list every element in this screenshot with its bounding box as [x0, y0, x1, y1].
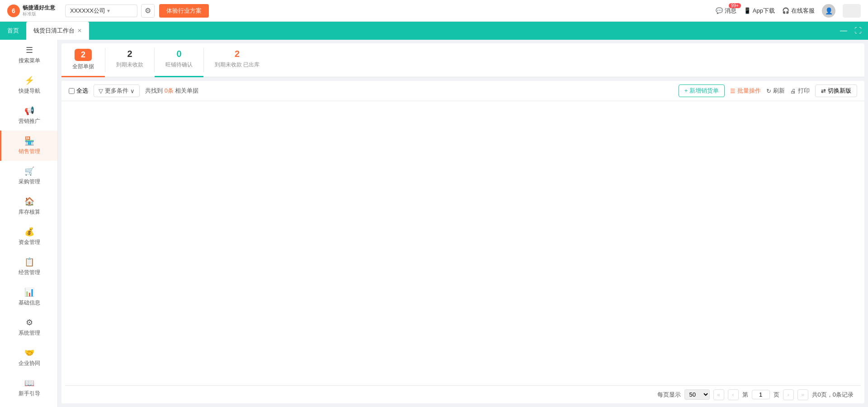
app-download-button[interactable]: 📱 App下载 [744, 7, 775, 15]
stat-tab-shipped[interactable]: 2 到期未收款 已出库 [204, 43, 270, 77]
logo-title: 畅捷通好生意 [23, 5, 55, 11]
sidebar-item-sales[interactable]: 🏪 销售管理 [0, 131, 57, 161]
sidebar-item-marketing-label: 营销推广 [19, 117, 40, 125]
select-all-checkbox[interactable]: 全选 [69, 87, 88, 95]
sidebar: ☰ 搜索菜单 ⚡ 快捷导航 📢 营销推广 🏪 销售管理 🛒 采购管理 🏠 库存核… [0, 40, 58, 407]
stat-shipped-num: 2 [215, 49, 259, 59]
sidebar-item-guide[interactable]: 📖 新手引导 [0, 373, 57, 403]
sidebar-item-inventory-label: 库存核算 [19, 208, 40, 216]
tab-home[interactable]: 首页 [0, 22, 26, 40]
batch-label: 批量操作 [737, 87, 761, 95]
per-page-select[interactable]: 50 10 20 100 [684, 389, 710, 400]
chevron-filter-icon: ∨ [130, 88, 135, 94]
sidebar-item-marketing[interactable]: 📢 营销推广 [0, 100, 57, 131]
batch-icon: ☰ [730, 88, 736, 94]
logo-subtitle: 标准版 [23, 11, 55, 17]
select-all-input[interactable] [69, 88, 75, 94]
sidebar-item-inventory[interactable]: 🏠 库存核算 [0, 191, 57, 221]
sidebar-item-operations-label: 经营管理 [19, 269, 40, 276]
sales-icon: 🏪 [24, 136, 34, 146]
sidebar-item-quicknav-label: 快捷导航 [19, 87, 40, 95]
sidebar-item-operations[interactable]: 📋 经营管理 [0, 252, 57, 282]
avatar[interactable]: 👤 [822, 4, 835, 18]
company-name: XXXXXX公司 [70, 7, 105, 15]
print-button[interactable]: 🖨 打印 [790, 87, 810, 95]
next-page-button[interactable]: › [783, 389, 794, 400]
first-page-button[interactable]: « [713, 389, 724, 400]
user-extra [843, 4, 861, 18]
logo-icon: 6 [7, 5, 20, 17]
experience-button[interactable]: 体验行业方案 [159, 4, 209, 18]
tab-qianghuo[interactable]: 钱货日清工作台 ✕ [26, 22, 89, 40]
found-count: 0条 [165, 87, 174, 94]
online-service-button[interactable]: 🎧 在线客服 [782, 7, 815, 15]
more-filter-button[interactable]: ▽ 更多条件 ∨ [94, 84, 140, 97]
new-sales-button[interactable]: + 新增销货单 [679, 84, 725, 97]
batch-action-button[interactable]: ☰ 批量操作 [730, 87, 761, 95]
tab-minimize-button[interactable]: — [837, 24, 850, 37]
refresh-button[interactable]: ↻ 刷新 [766, 87, 785, 95]
stats-section: 2 全部单据 2 到期未收款 0 旺铺待确认 [61, 43, 864, 77]
stat-overdue-label: 到期未收款 [116, 61, 143, 69]
sidebar-item-system-label: 系统管理 [19, 329, 40, 337]
found-text: 共找到 0条 相关单据 [145, 87, 198, 95]
sidebar-item-basic-info-label: 基础信息 [19, 299, 40, 307]
select-all-label: 全选 [76, 87, 88, 95]
main-layout: ☰ 搜索菜单 ⚡ 快捷导航 📢 营销推广 🏪 销售管理 🛒 采购管理 🏠 库存核… [0, 40, 868, 407]
tab-bar: 首页 钱货日清工作台 ✕ — ⛶ [0, 22, 868, 40]
last-page-button[interactable]: » [797, 389, 808, 400]
search-menu-icon: ☰ [26, 45, 33, 55]
message-icon: 💬 [716, 7, 723, 14]
stat-tab-overdue[interactable]: 2 到期未收款 [105, 43, 154, 77]
app-download-label: App下载 [753, 7, 775, 15]
toolbar: 全选 ▽ 更多条件 ∨ 共找到 0条 相关单据 + 新增销货单 [61, 81, 864, 101]
guide-icon: 📖 [24, 378, 34, 388]
per-page-label: 每页显示 [657, 391, 681, 399]
sidebar-item-enterprise[interactable]: 🤝 企业协同 [0, 342, 57, 373]
system-icon: ⚙ [26, 318, 33, 327]
tab-qianghuo-label: 钱货日清工作台 [33, 27, 75, 35]
pagination-bar: 每页显示 50 10 20 100 « ‹ 第 页 › » 共0页，0条记录 [65, 385, 861, 403]
refresh-icon: ↻ [766, 88, 771, 94]
prev-page-button[interactable]: ‹ [728, 389, 739, 400]
sidebar-item-search-label: 搜索菜单 [19, 57, 40, 65]
tab-home-label: 首页 [7, 27, 19, 35]
quicknav-icon: ⚡ [24, 75, 34, 85]
online-service-label: 在线客服 [791, 7, 815, 15]
page-input[interactable] [752, 390, 770, 399]
switch-icon: ⇄ [821, 88, 826, 94]
message-button[interactable]: 💬 消息 99+ [716, 7, 736, 15]
tab-close-icon[interactable]: ✕ [77, 28, 82, 34]
tab-maximize-button[interactable]: ⛶ [852, 24, 864, 37]
stat-shipped-label: 到期未收款 已出库 [215, 61, 259, 69]
inventory-icon: 🏠 [24, 196, 34, 206]
sidebar-item-purchase-label: 采购管理 [19, 178, 40, 186]
tab-bar-actions: — ⛶ [837, 24, 868, 37]
basic-info-icon: 📊 [24, 287, 34, 297]
refresh-label: 刷新 [773, 87, 785, 95]
stat-all-num: 2 [75, 49, 92, 61]
filter-label: 更多条件 [105, 87, 128, 95]
sidebar-item-appstore[interactable]: 📦 应用中心 [0, 403, 57, 407]
stat-tab-wangpu[interactable]: 0 旺铺待确认 [155, 43, 203, 77]
sidebar-item-purchase[interactable]: 🛒 采购管理 [0, 161, 57, 191]
company-selector[interactable]: XXXXXX公司 ▾ [65, 5, 137, 17]
settings-button[interactable]: ⚙ [141, 4, 155, 18]
total-records: 共0页，0条记录 [812, 391, 854, 399]
top-header: 6 畅捷通好生意 标准版 XXXXXX公司 ▾ ⚙ 体验行业方案 💬 消息 99… [0, 0, 868, 22]
stat-wangpu-num: 0 [165, 49, 193, 59]
chevron-down-icon: ▾ [107, 8, 110, 14]
sidebar-item-finance-label: 资金管理 [19, 239, 40, 246]
sidebar-item-search[interactable]: ☰ 搜索菜单 [0, 40, 57, 70]
sidebar-item-basic-info[interactable]: 📊 基础信息 [0, 282, 57, 312]
switch-version-button[interactable]: ⇄ 切换新版 [815, 84, 857, 97]
toolbar-right: + 新增销货单 ☰ 批量操作 ↻ 刷新 🖨 打印 [679, 84, 857, 97]
content-area: 2 全部单据 2 到期未收款 0 旺铺待确认 [58, 40, 868, 407]
sidebar-item-finance[interactable]: 💰 资金管理 [0, 221, 57, 252]
stat-wangpu-label: 旺铺待确认 [165, 61, 193, 69]
stat-tab-all[interactable]: 2 全部单据 [61, 43, 105, 77]
sidebar-item-system[interactable]: ⚙ 系统管理 [0, 312, 57, 342]
sidebar-item-quicknav[interactable]: ⚡ 快捷导航 [0, 70, 57, 100]
found-suffix: 相关单据 [175, 87, 198, 94]
print-label: 打印 [798, 87, 810, 95]
